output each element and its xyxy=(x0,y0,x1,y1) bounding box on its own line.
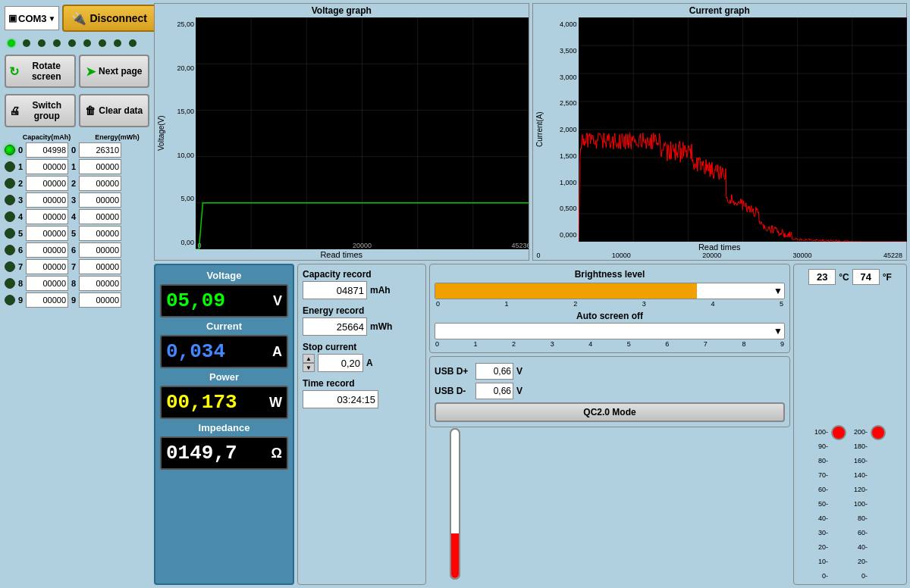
celsius-unit: °C xyxy=(839,272,849,283)
current-xmax: 45228 xyxy=(883,252,902,259)
celsius-thermometer: 100- 90- 80- 70- 60- 50- 40- 30- 20- 10- xyxy=(814,428,846,580)
rotate-screen-button[interactable]: ↻ Rotate screen xyxy=(5,55,76,88)
usb-dminus-unit: V xyxy=(516,386,522,396)
energy-record-group: Energy record mWh xyxy=(303,305,421,336)
right-panel: Voltage graph Voltage(V) 25,00 20,00 15,… xyxy=(154,3,907,585)
energy-record-label: Energy record xyxy=(303,305,421,316)
time-record-input[interactable] xyxy=(303,390,378,408)
current-label: Current xyxy=(160,321,288,332)
bottom-row: Voltage 05,09 V Current 0,034 A Power 00… xyxy=(154,264,907,585)
usb-dminus-input[interactable] xyxy=(475,383,513,399)
clear-icon: 🗑 xyxy=(85,105,96,117)
voltage-canvas xyxy=(196,17,529,249)
thermo-panel: 23 °C 74 °F 100- 90- xyxy=(793,264,907,585)
energy-record-unit: mWh xyxy=(370,321,392,332)
channel-num-7: 7 xyxy=(17,262,24,271)
com-port-label: ▣ xyxy=(8,13,17,23)
channel-energy-2[interactable] xyxy=(79,176,121,191)
channel-energy-num-1: 1 xyxy=(70,162,77,171)
impedance-unit: Ω xyxy=(271,446,282,461)
channel-energy-num-3: 3 xyxy=(70,195,77,205)
channel-energy-1[interactable] xyxy=(79,159,121,174)
top-bar: ▣ COM3 ▼ 🔌 Disconnect xyxy=(3,3,151,33)
celsius-value-box: 23 xyxy=(808,269,836,285)
clear-data-button[interactable]: 🗑 Clear data xyxy=(79,94,150,127)
current-graph-title: Current graph xyxy=(533,4,907,17)
channel-row-9: 99 xyxy=(5,292,149,308)
channel-energy-9[interactable] xyxy=(79,292,121,308)
stop-current-input[interactable] xyxy=(318,354,363,372)
thermometers-row: 100- 90- 80- 70- 60- 50- 40- 30- 20- 10- xyxy=(814,289,886,580)
channel-led-6 xyxy=(5,245,15,255)
led-2 xyxy=(38,39,46,47)
usb-panel: USB D+ V USB D- V QC2.0 Mode xyxy=(429,356,790,427)
channel-energy-3[interactable] xyxy=(79,192,121,208)
disconnect-icon: 🔌 xyxy=(71,11,86,26)
voltage-canvas-area xyxy=(196,17,529,249)
energy-header: Energy(mWh) xyxy=(89,133,146,141)
channel-rows: 00112233445566778899 xyxy=(5,142,149,308)
channel-led-1 xyxy=(5,161,15,172)
channel-energy-4[interactable] xyxy=(79,209,121,224)
rotate-icon: ↻ xyxy=(9,64,19,79)
channel-capacity-0[interactable] xyxy=(26,142,68,158)
channel-num-0: 0 xyxy=(17,145,24,155)
capacity-record-unit: mAh xyxy=(370,285,391,296)
impedance-value: 0149,7 xyxy=(166,442,237,464)
channel-capacity-4[interactable] xyxy=(26,209,68,224)
next-page-button[interactable]: ➤ Next page xyxy=(79,55,150,88)
fahrenheit-thermometer: 200- 180- 160- 140- 120- 100- 80- 60- 40… xyxy=(854,428,886,580)
com-port-arrow: ▼ xyxy=(49,14,56,23)
channel-capacity-1[interactable] xyxy=(26,159,68,174)
channel-energy-num-2: 2 xyxy=(70,179,77,188)
capacity-record-input[interactable] xyxy=(303,281,367,299)
channel-capacity-2[interactable] xyxy=(26,176,68,191)
current-unit: A xyxy=(272,344,282,360)
channel-row-0: 00 xyxy=(5,142,149,158)
brightness-slider[interactable]: ▼ xyxy=(435,283,785,299)
channel-energy-0[interactable] xyxy=(79,142,121,158)
energy-record-input[interactable] xyxy=(303,317,367,336)
channel-capacity-5[interactable] xyxy=(26,226,68,241)
channel-num-8: 8 xyxy=(17,279,24,288)
usb-dplus-input[interactable] xyxy=(475,363,513,380)
disconnect-button[interactable]: 🔌 Disconnect xyxy=(62,5,155,32)
rotate-label: Rotate screen xyxy=(22,61,71,82)
channel-energy-8[interactable] xyxy=(79,276,121,291)
impedance-label: Impedance xyxy=(160,422,288,433)
right-controls: Brightness level ▼ 0 1 2 3 4 5 Auto scre… xyxy=(429,264,790,585)
voltage-value: 05,09 xyxy=(166,289,225,312)
brightness-panel: Brightness level ▼ 0 1 2 3 4 5 Auto scre… xyxy=(429,264,790,353)
channel-capacity-6[interactable] xyxy=(26,242,68,258)
stop-down-button[interactable]: ▼ xyxy=(303,363,315,372)
channel-capacity-3[interactable] xyxy=(26,192,68,208)
channel-num-9: 9 xyxy=(17,296,24,305)
channel-energy-num-8: 8 xyxy=(70,279,77,288)
next-label: Next page xyxy=(99,66,142,77)
usb-dminus-row: USB D- V xyxy=(435,383,785,399)
channel-energy-7[interactable] xyxy=(79,259,121,274)
channel-capacity-8[interactable] xyxy=(26,276,68,291)
channel-capacity-9[interactable] xyxy=(26,292,68,308)
brightness-ticks: 0 1 2 3 4 5 xyxy=(435,300,785,308)
channel-led-0 xyxy=(5,145,15,155)
switch-group-button[interactable]: 🖨 Switch group xyxy=(5,94,76,127)
qc-mode-button[interactable]: QC2.0 Mode xyxy=(435,402,785,422)
channel-energy-5[interactable] xyxy=(79,226,121,241)
com-port-selector[interactable]: ▣ COM3 ▼ xyxy=(5,6,59,30)
celsius-bulb xyxy=(831,425,846,440)
stop-up-button[interactable]: ▲ xyxy=(303,354,315,363)
celsius-labels: 100- 90- 80- 70- 60- 50- 40- 30- 20- 10- xyxy=(814,428,828,580)
led-6 xyxy=(99,39,106,47)
channel-capacity-7[interactable] xyxy=(26,259,68,274)
capacity-record-label: Capacity record xyxy=(303,269,421,280)
auto-screen-slider[interactable]: ▼ xyxy=(435,323,785,339)
thermo-top-row: 23 °C 74 °F xyxy=(799,269,902,285)
switch-icon: 🖨 xyxy=(9,105,20,117)
channel-energy-num-7: 7 xyxy=(70,262,77,271)
channel-led-9 xyxy=(5,295,15,305)
channel-num-1: 1 xyxy=(17,162,24,171)
led-7 xyxy=(114,39,121,47)
channel-energy-6[interactable] xyxy=(79,242,121,258)
voltage-yaxis: 25,00 20,00 15,00 10,00 5,00 0,00 xyxy=(167,17,196,249)
